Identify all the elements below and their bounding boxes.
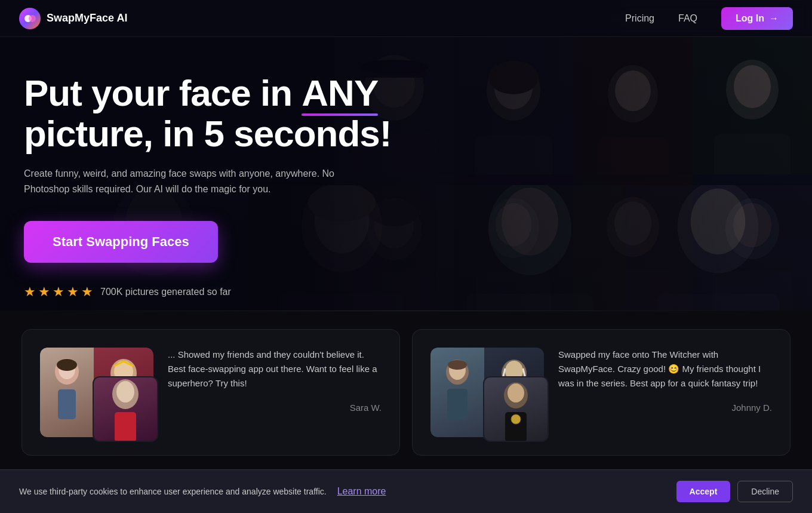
brand-name: SwapMyFace AI xyxy=(47,12,127,24)
testimonial-text-1: ... Showed my friends and they couldn't … xyxy=(168,348,382,391)
logo-icon xyxy=(19,8,41,29)
testimonial-images-2 xyxy=(430,348,544,437)
star-2: ★ xyxy=(38,284,50,300)
nav-links: Pricing FAQ Log In → xyxy=(625,7,793,30)
testimonial-overlay-img-1 xyxy=(93,376,158,442)
hero-subtitle: Create funny, weird, and amazing face sw… xyxy=(24,166,382,196)
login-button[interactable]: Log In → xyxy=(721,7,793,30)
star-5: ★ xyxy=(81,284,93,300)
cookie-accept-button[interactable]: Accept xyxy=(676,481,731,502)
svg-point-63 xyxy=(116,381,134,403)
testimonial-img-left-2 xyxy=(430,348,484,437)
testimonial-author-2: Johnny D. xyxy=(558,403,772,413)
testimonials-section: ... Showed my friends and they couldn't … xyxy=(0,311,812,474)
svg-rect-67 xyxy=(447,389,467,420)
testimonial-overlay-img-2 xyxy=(483,376,549,442)
cookie-banner: We use third-party cookies to enhance us… xyxy=(0,469,812,513)
svg-point-73 xyxy=(508,383,524,403)
svg-point-75 xyxy=(511,414,521,424)
testimonial-author-1: Sara W. xyxy=(168,403,382,413)
star-4: ★ xyxy=(67,284,79,300)
testimonial-card-1: ... Showed my friends and they couldn't … xyxy=(21,329,400,456)
cookie-learn-more[interactable]: Learn more xyxy=(337,486,386,497)
logo[interactable]: SwapMyFace AI xyxy=(19,8,127,29)
testimonial-body-2: Swapped my face onto The Witcher with Sw… xyxy=(558,348,772,413)
star-rating: ★ ★ ★ ★ ★ xyxy=(24,284,93,300)
star-1: ★ xyxy=(24,284,36,300)
cookie-actions: Accept Decline xyxy=(676,481,793,502)
hero-title: Put your face in ANY picture, in 5 secon… xyxy=(24,73,394,154)
nav-pricing[interactable]: Pricing xyxy=(625,13,654,24)
hero-content: Put your face in ANY picture, in 5 secon… xyxy=(0,37,418,311)
svg-point-68 xyxy=(448,360,467,370)
star-3: ★ xyxy=(53,284,64,300)
cookie-content: We use third-party cookies to enhance us… xyxy=(19,486,657,497)
svg-rect-57 xyxy=(58,389,76,419)
cookie-decline-button[interactable]: Decline xyxy=(737,481,793,502)
testimonial-img-left-1 xyxy=(40,348,94,437)
nav-faq[interactable]: FAQ xyxy=(678,13,697,24)
cookie-text: We use third-party cookies to enhance us… xyxy=(19,487,327,496)
testimonial-body-1: ... Showed my friends and they couldn't … xyxy=(168,348,382,413)
testimonial-card-2: Swapped my face onto The Witcher with Sw… xyxy=(412,329,791,456)
cta-button[interactable]: Start Swapping Faces xyxy=(24,221,218,263)
testimonial-text-2: Swapped my face onto The Witcher with Sw… xyxy=(558,348,772,391)
svg-rect-64 xyxy=(115,412,136,442)
hero-section: Put your face in ANY picture, in 5 secon… xyxy=(0,0,812,311)
stats-count: 700K pictures generated so far xyxy=(100,287,231,297)
svg-point-58 xyxy=(57,359,77,371)
navbar: SwapMyFace AI Pricing FAQ Log In → xyxy=(0,0,812,37)
hero-stats: ★ ★ ★ ★ ★ 700K pictures generated so far xyxy=(24,284,394,300)
testimonial-images-1 xyxy=(40,348,153,437)
svg-point-1 xyxy=(29,15,36,22)
